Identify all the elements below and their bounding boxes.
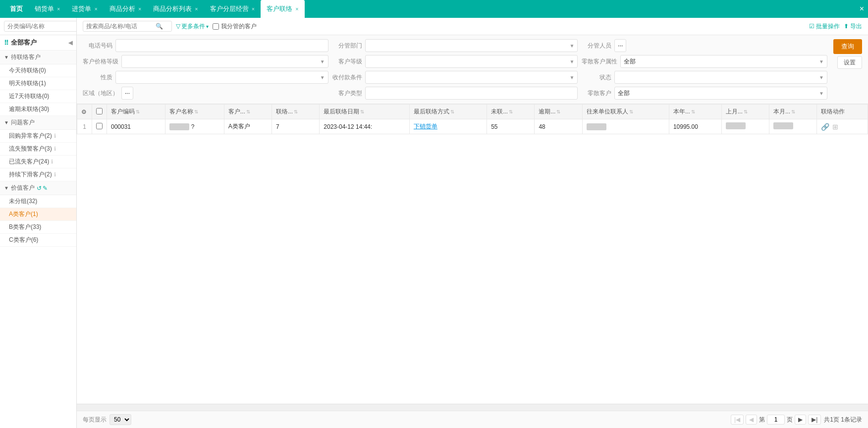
my-customers-checkbox-area: 我分管的客户 (213, 22, 257, 31)
th-name[interactable]: 客户名称 ⇅ (165, 105, 224, 119)
th-contact[interactable]: 联络... ⇅ (272, 105, 320, 119)
price-level-select[interactable]: ▼ (121, 55, 328, 68)
sidebar-item-7days[interactable]: 近7天待联络(0) (0, 90, 76, 103)
more-conditions-btn[interactable]: ▽ 更多条件 ▾ (176, 22, 209, 31)
nav-purchase[interactable]: 进货单 × (66, 0, 103, 18)
dept-select[interactable]: ▼ (365, 39, 578, 52)
close-product-analysis[interactable]: × (138, 6, 141, 12)
next-page-btn[interactable]: ▶ (795, 415, 806, 425)
th-contact-person[interactable]: 往来单位联系人 ⇅ (582, 105, 669, 119)
my-customers-checkbox[interactable] (213, 23, 219, 30)
field-phone: 电话号码 (83, 39, 328, 52)
export-btn[interactable]: ⬆ 导出 (844, 22, 862, 31)
first-page-btn[interactable]: |◀ (731, 415, 744, 425)
th-this-month[interactable]: 本月... ⇅ (769, 105, 817, 119)
filter-bar-right: ☑ 批量操作 ⬆ 导出 (809, 22, 862, 31)
close-purchase[interactable]: × (94, 6, 97, 12)
region-dots-btn[interactable]: ··· (121, 87, 133, 100)
field-retail: 零散客户 全部 ▼ (582, 87, 827, 100)
sidebar-search-input[interactable] (4, 21, 77, 32)
sidebar-item-overdue[interactable]: 逾期未联络(30) (0, 103, 76, 116)
cell-checkbox[interactable] (92, 119, 107, 134)
nav-product-analysis[interactable]: 商品分析 × (104, 0, 147, 18)
sidebar-item-b-class[interactable]: B类客户(33) (0, 221, 76, 234)
query-button[interactable]: 查询 (833, 39, 862, 54)
action-icons: 🔗 ⊞ (821, 123, 864, 131)
retail-select[interactable]: 全部 ▼ (614, 87, 827, 100)
link-action-icon[interactable]: 🔗 (821, 123, 829, 131)
sort-last-month-icon: ⇅ (744, 109, 748, 114)
sidebar-item-declining[interactable]: 持续下滑客户(2) ℹ (0, 168, 76, 181)
grid-action-icon[interactable]: ⊞ (832, 123, 838, 131)
triangle-icon-2: ▼ (4, 120, 9, 125)
th-last-date[interactable]: 最后联络日期 ⇅ (320, 105, 410, 119)
filter-search-input[interactable] (86, 23, 156, 30)
select-all-checkbox[interactable] (96, 108, 103, 114)
sidebar-item-today[interactable]: 今天待联络(0) (0, 64, 76, 77)
sidebar-item-a-class[interactable]: A类客户(1) (0, 208, 76, 221)
nav-home[interactable]: 首页 (4, 0, 29, 18)
close-customer-layer[interactable]: × (252, 6, 255, 12)
adv-filter-row-2: 客户价格等级 ▼ 客户等级 ▼ (83, 55, 827, 68)
table-header-row: ⚙ 客户编码 ⇅ 客户名称 (77, 105, 868, 119)
th-checkbox[interactable] (92, 105, 107, 119)
th-last-month[interactable]: 上月... ⇅ (721, 105, 769, 119)
sidebar-item-churned[interactable]: 已流失客户(24) ℹ (0, 156, 76, 168)
nature-select[interactable]: ▼ (115, 71, 328, 84)
last-page-btn[interactable]: ▶| (808, 415, 821, 425)
th-settings[interactable]: ⚙ (77, 105, 92, 119)
status-select[interactable]: ▼ (614, 71, 827, 84)
refresh-icon[interactable]: ↺ (37, 185, 42, 192)
page-input[interactable] (767, 415, 785, 425)
prev-page-btn[interactable]: ◀ (746, 415, 757, 425)
nav-customer-contact[interactable]: 客户联络 × (261, 0, 304, 18)
sort-level-icon: ⇅ (246, 109, 250, 114)
sidebar-item-tomorrow[interactable]: 明天待联络(1) (0, 77, 76, 90)
per-page-select[interactable]: 50 (109, 414, 131, 425)
group-pending-contact: ▼ 待联络客户 (0, 51, 76, 64)
sidebar-all-customers[interactable]: ⠿ 全部客户 ◀ (0, 35, 76, 51)
row-checkbox[interactable] (96, 123, 103, 129)
th-not-contacted[interactable]: 未联... ⇅ (487, 105, 535, 119)
manager-dots-btn[interactable]: ··· (614, 39, 626, 52)
filter-search-icon[interactable]: 🔍 (156, 23, 163, 30)
sidebar-item-churn-warning[interactable]: 流失预警客户(3) ℹ (0, 143, 76, 156)
th-level[interactable]: 客户... ⇅ (224, 105, 271, 119)
sidebar-collapse-btn[interactable]: ◀ (68, 40, 72, 46)
customer-type-input[interactable] (365, 87, 578, 100)
nav-customer-layer[interactable]: 客户分层经营 × (204, 0, 261, 18)
th-last-method[interactable]: 最后联络方式 ⇅ (409, 105, 487, 119)
filter-actions: 查询 设置 (833, 39, 862, 69)
sort-contact-icon: ⇅ (294, 109, 298, 114)
field-price-level: 客户价格等级 ▼ (83, 55, 328, 68)
th-this-year[interactable]: 本年... ⇅ (669, 105, 721, 119)
phone-input[interactable] (115, 39, 328, 52)
retail-attr-select[interactable]: 全部 ▼ (620, 55, 827, 68)
th-overdue[interactable]: 逾期... ⇅ (535, 105, 582, 119)
page-buttons: |◀ ◀ 第 页 ▶ ▶| (731, 415, 821, 425)
cell-name: Ea ? (165, 119, 224, 134)
close-all-tabs[interactable]: × (860, 4, 864, 13)
edit-icon[interactable]: ✎ (43, 185, 48, 192)
sidebar-item-unclassified[interactable]: 未分组(32) (0, 195, 76, 208)
settings-button[interactable]: 设置 (837, 56, 862, 69)
th-code[interactable]: 客户编码 ⇅ (107, 105, 165, 119)
info-icon-2: ℹ (54, 146, 56, 152)
close-product-list[interactable]: × (195, 6, 198, 12)
filter-bar: 🔍 ▽ 更多条件 ▾ 我分管的客户 ☑ 批量操作 ⬆ 导出 (77, 18, 868, 35)
customer-level-select[interactable]: ▼ (365, 55, 578, 68)
sidebar-item-repurchase-abnormal[interactable]: 回购异常客户(2) ℹ (0, 130, 76, 143)
close-sales[interactable]: × (57, 6, 60, 12)
cell-index: 1 (77, 119, 92, 134)
sidebar-item-c-class[interactable]: C类客户(6) (0, 234, 76, 247)
cell-last-method[interactable]: 下销货单 (409, 119, 487, 134)
horizontal-scrollbar[interactable] (77, 404, 868, 411)
cell-overdue: 48 (535, 119, 582, 134)
filter-search-box: 🔍 (83, 21, 172, 32)
checkbox-icon: ☑ (809, 23, 814, 30)
batch-ops-btn[interactable]: ☑ 批量操作 (809, 22, 840, 31)
nav-product-list[interactable]: 商品分析列表 × (147, 0, 204, 18)
close-customer-contact[interactable]: × (295, 6, 298, 12)
payment-select[interactable]: ▼ (365, 71, 578, 84)
nav-sales[interactable]: 销货单 × (29, 0, 66, 18)
